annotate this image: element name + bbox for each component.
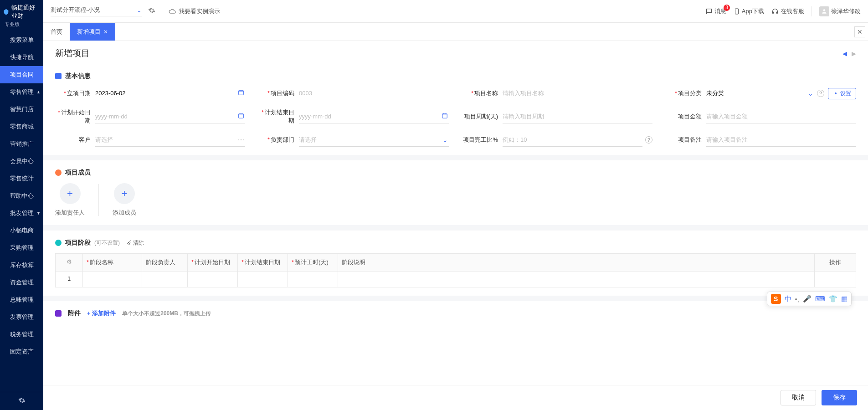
sidebar-item-8[interactable]: 零售统计 <box>0 170 43 187</box>
user-menu[interactable]: 徐泽华修改 <box>819 6 861 16</box>
project-period-input[interactable] <box>503 110 652 123</box>
separator <box>98 184 99 216</box>
gear-icon[interactable]: ⚙ <box>67 258 72 265</box>
add-owner-button[interactable]: + <box>60 183 81 204</box>
messages-button[interactable]: 消息 8 <box>705 7 726 15</box>
customer-select[interactable] <box>95 133 237 146</box>
stage-desc-cell[interactable] <box>338 272 815 287</box>
topbar: 测试分开流程-小况 ⌄ 我要看实例演示 消息 8 App下载 <box>43 0 868 23</box>
sidebar-settings-icon[interactable] <box>0 392 43 410</box>
workspace-selector[interactable]: 测试分开流程-小况 ⌄ <box>51 6 142 16</box>
demo-link[interactable]: 我要看实例演示 <box>169 7 220 15</box>
sidebar-item-1[interactable]: 快捷导航 <box>0 49 43 66</box>
section-title: 附件 <box>68 309 81 318</box>
sidebar-item-13[interactable]: 库存核算 <box>0 256 43 274</box>
plan-start-input[interactable] <box>95 110 237 123</box>
sidebar-item-2[interactable]: 项目合同 <box>0 66 43 83</box>
stage-owner-cell[interactable] <box>142 272 188 287</box>
sidebar-item-17[interactable]: 税务管理 <box>0 326 43 343</box>
plan-end-input[interactable] <box>299 110 441 123</box>
sogou-icon: S <box>771 294 781 304</box>
sidebar-item-10[interactable]: 批发管理▼ <box>0 205 43 222</box>
stage-ops-cell[interactable] <box>815 272 856 287</box>
section-hint: (可不设置) <box>94 239 120 247</box>
department-select[interactable] <box>299 133 442 146</box>
next-record-button[interactable]: ▶ <box>852 50 856 57</box>
calendar-icon[interactable] <box>441 113 449 120</box>
support-button[interactable]: 在线客服 <box>771 7 804 15</box>
close-icon[interactable]: ✕ <box>103 29 108 35</box>
stages-table: ⚙ *阶段名称 阶段负责人 *计划开始日期 *计划结束日期 *预计工时(天) 阶… <box>55 253 856 287</box>
sidebar-item-3[interactable]: 零售管理▲ <box>0 83 43 101</box>
workspace-title: 测试分开流程-小况 <box>51 6 100 14</box>
brand-name: 畅捷通好业财 <box>11 4 41 20</box>
cloud-icon <box>169 8 176 15</box>
more-icon[interactable]: ⋯ <box>237 136 245 144</box>
project-date-input[interactable] <box>95 87 237 99</box>
calendar-icon[interactable] <box>237 89 245 97</box>
stage-name-cell[interactable] <box>83 272 142 287</box>
table-header: ⚙ *阶段名称 阶段负责人 *计划开始日期 *计划结束日期 *预计工时(天) 阶… <box>56 254 856 272</box>
gear-icon <box>833 91 838 96</box>
sidebar-item-14[interactable]: 资金管理 <box>0 274 43 291</box>
ime-keyboard-icon[interactable]: ⌨ <box>815 295 825 303</box>
workspace-settings-icon[interactable] <box>148 7 155 15</box>
prev-record-button[interactable]: ◀ <box>842 50 847 57</box>
sidebar-item-11[interactable]: 小畅电商 <box>0 222 43 239</box>
app-download-button[interactable]: App下载 <box>734 7 764 15</box>
sidebar-item-6[interactable]: 营销推广 <box>0 135 43 153</box>
sidebar-item-12[interactable]: 采购管理 <box>0 239 43 256</box>
sidebar-item-7[interactable]: 会员中心 <box>0 153 43 170</box>
category-settings-button[interactable]: 设置 <box>828 88 856 99</box>
sidebar-item-18[interactable]: 固定资产 <box>0 343 43 360</box>
save-button[interactable]: 保存 <box>822 390 857 405</box>
svg-rect-3 <box>442 114 447 118</box>
cancel-button[interactable]: 取消 <box>781 390 816 405</box>
ime-mic-icon[interactable]: 🎤 <box>803 295 812 303</box>
project-code-input[interactable] <box>299 87 449 99</box>
sidebar-item-15[interactable]: 总账管理 <box>0 291 43 308</box>
clear-stages-button[interactable]: 清除 <box>126 239 144 247</box>
section-title: 项目阶段 <box>65 239 91 247</box>
sidebar-item-4[interactable]: 智慧门店 <box>0 101 43 118</box>
add-member-button[interactable]: + <box>114 183 135 204</box>
separator <box>812 6 812 16</box>
section-stages: 项目阶段 (可不设置) 清除 ⚙ *阶段名称 阶段负责人 *计划开始日期 *计划… <box>43 225 868 296</box>
remark-input[interactable] <box>706 133 856 146</box>
section-icon <box>55 169 62 176</box>
stage-hours-cell[interactable] <box>288 272 338 287</box>
sidebar-item-16[interactable]: 发票管理 <box>0 308 43 326</box>
message-icon <box>705 8 713 15</box>
tab-new-project[interactable]: 新增项目 ✕ <box>70 23 115 41</box>
sidebar: 畅捷通好业财 专业版 搜索菜单快捷导航项目合同零售管理▲智慧门店零售商城营销推广… <box>0 0 43 410</box>
sidebar-item-0[interactable]: 搜索菜单 <box>0 31 43 49</box>
project-name-input[interactable] <box>503 87 652 99</box>
close-all-tabs-button[interactable]: ✕ <box>854 26 865 37</box>
ime-lang[interactable]: 中 <box>785 295 791 303</box>
logo-icon <box>3 8 10 16</box>
separator <box>162 6 162 16</box>
project-amount-input[interactable] <box>706 110 856 123</box>
sidebar-item-5[interactable]: 零售商城 <box>0 118 43 135</box>
row-index: 1 <box>56 272 83 287</box>
sidebar-item-9[interactable]: 帮助中心 <box>0 187 43 205</box>
stage-start-cell[interactable] <box>188 272 238 287</box>
project-category-select[interactable] <box>706 87 807 99</box>
help-icon[interactable]: ? <box>645 136 652 144</box>
phone-icon <box>734 8 740 15</box>
brand-edition: 专业版 <box>0 21 43 31</box>
tab-home[interactable]: 首页 <box>43 23 70 41</box>
ime-punct-icon[interactable]: •, <box>795 295 799 303</box>
add-attachment-button[interactable]: + 添加附件 <box>87 309 116 318</box>
completion-input[interactable] <box>503 133 642 146</box>
arrow-icon: ▼ <box>36 211 41 215</box>
calendar-icon[interactable] <box>237 113 245 120</box>
ime-toolbar[interactable]: S 中 •, 🎤 ⌨ 👕 ▦ <box>767 292 852 306</box>
stage-end-cell[interactable] <box>238 272 288 287</box>
chevron-down-icon[interactable]: ⌄ <box>442 136 449 144</box>
help-icon[interactable]: ? <box>817 90 824 97</box>
table-row[interactable]: 1 <box>56 272 856 287</box>
ime-grid-icon[interactable]: ▦ <box>841 295 847 303</box>
ime-skin-icon[interactable]: 👕 <box>829 295 837 303</box>
chevron-down-icon[interactable]: ⌄ <box>807 90 814 97</box>
